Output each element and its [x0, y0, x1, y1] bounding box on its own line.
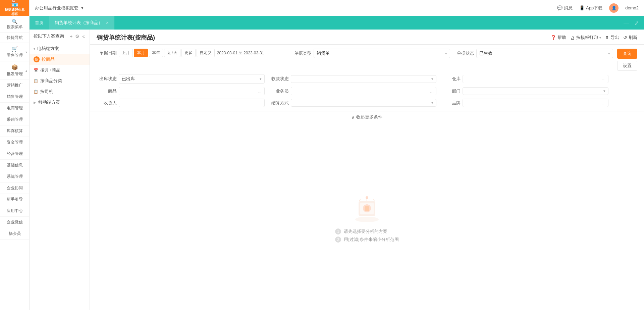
- plan-item-month-goods[interactable]: 📅 按月+商品: [30, 65, 90, 75]
- date-btn-this-year[interactable]: 本年: [149, 49, 163, 57]
- tab-maximize-button[interactable]: ⤢: [633, 18, 640, 28]
- empty-tip-1: 1 请先选择要分析的方案: [335, 228, 398, 235]
- sidebar-item-marketing[interactable]: 营销推广: [0, 80, 29, 91]
- query-button[interactable]: 查询: [617, 49, 637, 59]
- tab-bar: 首页 销货单统计表（按商品） × — ⤢: [30, 16, 644, 30]
- sidebar-collapse-button[interactable]: «: [82, 33, 86, 40]
- order-type-select[interactable]: 销货单 ▾: [314, 49, 450, 58]
- refresh-button[interactable]: ↺ 刷新: [623, 35, 637, 41]
- goods-label: 商品: [97, 88, 117, 94]
- sidebar-item-inventory[interactable]: 库存核算: [0, 125, 29, 137]
- order-status-label: 单据状态: [454, 50, 474, 56]
- out-status-value: 已出库: [122, 76, 135, 82]
- date-range-start: 2023-03-01: [217, 51, 237, 55]
- retail-label: 零售管理: [7, 53, 23, 58]
- mobile-section-header[interactable]: ▶ 移动端方案: [30, 97, 90, 108]
- sidebar-add-button[interactable]: +: [69, 33, 73, 40]
- wholesale-label: 批发管理: [7, 71, 23, 77]
- breadcrumb-dropdown-icon[interactable]: ▾: [81, 5, 84, 10]
- brand-field[interactable]: ...: [463, 99, 608, 107]
- filter-area: 单据日期 上月 本月 本年 近7天 更多 自定义 2023-03-01 至 20…: [90, 45, 644, 123]
- sidebar-item-sales[interactable]: 销售管理: [0, 91, 29, 103]
- department-select[interactable]: ▾: [463, 87, 608, 95]
- sidebar-item-enterprise[interactable]: 企业协同: [0, 183, 29, 194]
- sidebar-item-operation[interactable]: 经营管理: [0, 148, 29, 160]
- sidebar-settings-button[interactable]: ⚙: [74, 33, 80, 40]
- brand-dots[interactable]: ...: [602, 101, 605, 105]
- order-status-select[interactable]: 已生效 ▾: [476, 49, 613, 58]
- user-avatar[interactable]: 👤: [609, 3, 619, 13]
- out-status-label: 出库状态: [97, 76, 117, 82]
- tab-minimize-button[interactable]: —: [622, 18, 630, 27]
- app-download-button[interactable]: 📱 App下载: [579, 5, 602, 11]
- salesperson-input[interactable]: [294, 89, 430, 94]
- date-btn-last-month[interactable]: 上月: [119, 49, 133, 57]
- download-icon: 📱: [579, 5, 585, 10]
- sidebar-item-corpwechat[interactable]: 企业微信: [0, 217, 29, 228]
- goods-field[interactable]: ...: [119, 87, 265, 95]
- goods-input[interactable]: [122, 89, 258, 94]
- operation-label: 经营管理: [7, 151, 23, 157]
- collect-status-arrow: ▾: [431, 77, 433, 81]
- order-status-value: 已生效: [479, 50, 492, 56]
- warehouse-input[interactable]: [466, 76, 602, 82]
- template-print-label: 按模板打印: [576, 35, 598, 41]
- receiver-input[interactable]: [122, 100, 258, 105]
- main-panel: 销货单统计表(按商品) ❓ 帮助 🖨 按模板打印 ▾ ⬆ 导出: [90, 30, 644, 310]
- warehouse-dots[interactable]: ...: [602, 76, 605, 81]
- message-button[interactable]: 💬 消息: [557, 5, 573, 11]
- top-header: 办公用品行业模拟账套 ▾ 💬 消息 📱 App下载 👤 demo2: [30, 0, 644, 16]
- sidebar-item-ecom[interactable]: 电商管理: [0, 103, 29, 114]
- secondary-sidebar: 按以下方案查询 + ⚙ « ▾ 电脑端方案 按 按商品 📅 按月+商品: [30, 30, 90, 310]
- quick-nav-button[interactable]: 快捷导航: [0, 33, 29, 43]
- sidebar-item-retail[interactable]: 🛒 零售管理 ▾: [0, 43, 29, 61]
- warehouse-field[interactable]: ...: [463, 75, 608, 83]
- tab-home[interactable]: 首页: [30, 16, 49, 30]
- finance-label: 资金管理: [7, 140, 23, 145]
- tab-sales-stats[interactable]: 销货单统计表（按商品） ×: [49, 16, 114, 30]
- brand-input[interactable]: [466, 100, 602, 105]
- sidebar-item-system[interactable]: 系统管理: [0, 171, 29, 183]
- receiver-label: 收货人: [97, 100, 117, 106]
- help-button[interactable]: ❓ 帮助: [550, 35, 566, 41]
- app-logo[interactable]: 🏪 畅捷通好生意 标账: [0, 0, 29, 16]
- inventory-label: 库存核算: [7, 128, 23, 134]
- desktop-section-header[interactable]: ▾ 电脑端方案: [30, 43, 90, 54]
- payment-method-select[interactable]: ▾: [291, 99, 437, 107]
- receiver-field[interactable]: ...: [119, 99, 265, 107]
- sales-label: 销售管理: [7, 94, 23, 100]
- member-label: 畅会员: [9, 231, 21, 237]
- sidebar-item-appcenter[interactable]: 应用中心: [0, 205, 29, 217]
- search-menu-button[interactable]: 🔍 按以下方案查询 搜索菜单: [0, 16, 29, 33]
- sidebar-item-finance[interactable]: 资金管理: [0, 137, 29, 148]
- date-btn-7days[interactable]: 近7天: [164, 49, 180, 57]
- app-subtitle: 标账: [11, 12, 18, 16]
- template-print-button[interactable]: 🖨 按模板打印 ▾: [570, 35, 601, 41]
- receiver-dots[interactable]: ...: [258, 101, 262, 105]
- sidebar-item-member[interactable]: 畅会员: [0, 228, 29, 240]
- sidebar-item-basic[interactable]: 基础信息: [0, 160, 29, 171]
- search-label: 搜索菜单: [7, 24, 23, 29]
- breadcrumb-text: 办公用品行业模拟账套: [35, 5, 78, 11]
- collapse-bar[interactable]: ∧ 收起更多条件: [90, 111, 644, 123]
- left-sidebar: 🏪 畅捷通好生意 标账 🔍 按以下方案查询 搜索菜单 快捷导航 🛒 零售管理 ▾…: [0, 0, 30, 310]
- settings-button[interactable]: 设置: [617, 61, 637, 71]
- date-btn-custom[interactable]: 自定义: [197, 49, 215, 57]
- plan-item-goods-category[interactable]: 📋 按商品分类: [30, 75, 90, 86]
- sidebar-item-purchase[interactable]: 采购管理: [0, 114, 29, 125]
- date-btn-this-month[interactable]: 本月: [134, 49, 148, 57]
- sidebar-item-wholesale[interactable]: 📦 批发管理 ▴: [0, 61, 29, 80]
- basic-label: 基础信息: [7, 162, 23, 168]
- plan-item-by-goods[interactable]: 按 按商品: [30, 54, 90, 65]
- salesperson-dots[interactable]: ...: [430, 89, 433, 94]
- export-button[interactable]: ⬆ 导出: [605, 35, 619, 41]
- collect-status-select[interactable]: ▾: [291, 75, 437, 83]
- out-status-select[interactable]: 已出库 ▾: [119, 74, 265, 84]
- sidebar-item-guide[interactable]: 新手引导: [0, 194, 29, 205]
- date-btn-more[interactable]: 更多: [181, 49, 196, 57]
- order-status-arrow: ▾: [608, 51, 610, 56]
- tab-close-button[interactable]: ×: [106, 20, 109, 25]
- plan-item-driver[interactable]: 📋 按司机: [30, 86, 90, 97]
- salesperson-field[interactable]: ...: [291, 87, 437, 95]
- goods-dots[interactable]: ...: [258, 89, 262, 94]
